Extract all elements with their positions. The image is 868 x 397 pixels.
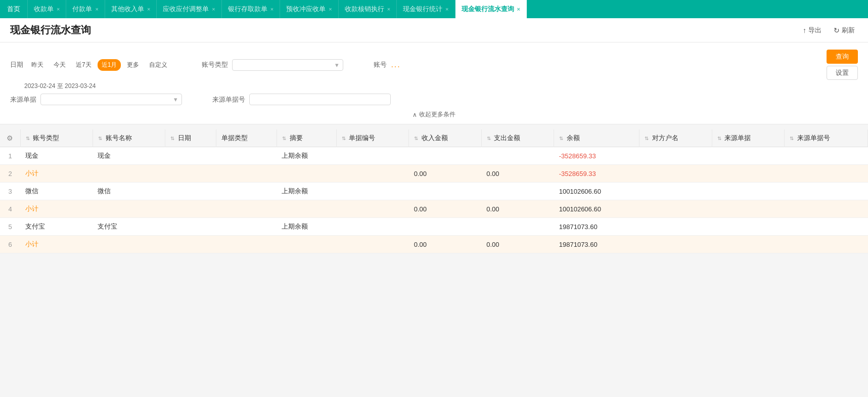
filter-row-1: 日期 昨天 今天 近7天 近1月 更多 自定义 账号类型 ▾ 账号 ... xyxy=(10,50,858,80)
cell-summary xyxy=(277,200,336,218)
col-date: ⇅ 日期 xyxy=(165,129,216,147)
tab-shoukuanhexiao[interactable]: 收款核销执行 × xyxy=(339,0,397,18)
chevron-down-icon: ▾ xyxy=(335,61,339,69)
sort-icon-doc-no[interactable]: ⇅ xyxy=(342,136,346,141)
cell-source-doc-no xyxy=(785,165,868,183)
cell-doc-no xyxy=(336,236,408,253)
tab-fukuandan[interactable]: 付款单 × xyxy=(66,0,105,18)
cell-income xyxy=(409,218,481,236)
refresh-button[interactable]: ↻ 刷新 xyxy=(831,24,858,37)
date-btn-7days[interactable]: 近7天 xyxy=(72,59,96,71)
close-icon-6[interactable]: × xyxy=(387,6,390,12)
cell-summary: 上期余额 xyxy=(277,147,336,165)
col-counterparty: ⇅ 对方户名 xyxy=(639,129,712,147)
export-icon: ↑ xyxy=(803,26,806,34)
cell-account-type: 现金 xyxy=(20,147,93,165)
col-income: ⇅ 收入金额 xyxy=(409,129,481,147)
cell-doc-type xyxy=(216,147,277,165)
cell-doc-type xyxy=(216,218,277,236)
close-icon-1[interactable]: × xyxy=(95,6,98,12)
cell-balance: -3528659.33 xyxy=(554,165,639,183)
sort-icon-account-type[interactable]: ⇅ xyxy=(26,136,30,141)
date-btn-today[interactable]: 今天 xyxy=(50,59,70,71)
tab-shoukuandan[interactable]: 收款单 × xyxy=(28,0,66,18)
sort-icon-income[interactable]: ⇅ xyxy=(414,136,418,141)
sort-icon-balance[interactable]: ⇅ xyxy=(559,136,563,141)
close-icon-2[interactable]: × xyxy=(147,6,150,12)
cell-doc-no xyxy=(336,183,408,200)
sort-icon-expense[interactable]: ⇅ xyxy=(487,136,491,141)
cell-source-doc-no xyxy=(785,147,868,165)
tab-yushouyingshou[interactable]: 预收冲应收单 × xyxy=(280,0,338,18)
cell-source-doc-no xyxy=(785,218,868,236)
sort-icon-source-doc[interactable]: ⇅ xyxy=(717,136,721,141)
collapse-up-icon: ∧ xyxy=(413,111,417,118)
cell-date xyxy=(165,147,216,165)
cell-source-doc-no xyxy=(785,236,868,253)
sort-icon-counterparty[interactable]: ⇅ xyxy=(645,136,649,141)
cell-date xyxy=(165,236,216,253)
source-doc-chevron-icon: ▾ xyxy=(174,96,177,103)
source-doc-select[interactable]: ▾ xyxy=(40,94,182,105)
source-doc-no-input[interactable] xyxy=(249,94,391,105)
date-btn-yesterday[interactable]: 昨天 xyxy=(27,59,48,71)
cell-doc-no xyxy=(336,218,408,236)
home-tab[interactable]: 首页 xyxy=(0,0,28,18)
collapse-button[interactable]: ∧ 收起更多条件 xyxy=(413,110,455,119)
tab-yingshoutiaozheng[interactable]: 应收应付调整单 × xyxy=(157,0,221,18)
close-icon-4[interactable]: × xyxy=(270,6,273,12)
cell-doc-no xyxy=(336,200,408,218)
account-ellipsis-btn[interactable]: ... xyxy=(391,60,400,69)
sort-icon-summary[interactable]: ⇅ xyxy=(282,136,286,141)
table-settings-gear-icon[interactable]: ⚙ xyxy=(7,134,13,142)
tab-qitashouru[interactable]: 其他收入单 × xyxy=(105,0,157,18)
close-icon-5[interactable]: × xyxy=(329,6,332,12)
settings-button[interactable]: 设置 xyxy=(827,66,858,80)
close-icon-0[interactable]: × xyxy=(57,6,60,12)
collapse-label: 收起更多条件 xyxy=(419,110,455,119)
sort-icon-source-doc-no[interactable]: ⇅ xyxy=(790,136,794,141)
close-icon-7[interactable]: × xyxy=(445,6,448,12)
tab-label-fukuandan: 付款单 xyxy=(72,5,92,14)
filter-row-2: 来源单据 ▾ 来源单据号 xyxy=(10,94,858,105)
date-btn-custom[interactable]: 自定义 xyxy=(145,59,171,71)
table-row: 6小计0.000.0019871073.60 xyxy=(0,236,868,253)
cell-balance: 19871073.60 xyxy=(554,236,639,253)
cell-source-doc-no xyxy=(785,183,868,200)
source-doc-no-label: 来源单据号 xyxy=(212,95,245,104)
cell-account-name xyxy=(93,236,165,253)
tab-xianjinyinhang-tongji[interactable]: 现金银行统计 × xyxy=(397,0,455,18)
cell-summary xyxy=(277,236,336,253)
cell-account-type: 小计 xyxy=(20,165,93,183)
close-icon-3[interactable]: × xyxy=(212,6,215,12)
date-filter-group: 日期 昨天 今天 近7天 近1月 更多 自定义 xyxy=(10,59,171,71)
cell-source-doc xyxy=(712,218,784,236)
cell-account-type: 小计 xyxy=(20,236,93,253)
tab-yinhangcunqukuan[interactable]: 银行存取款单 × xyxy=(222,0,280,18)
date-btn-1month[interactable]: 近1月 xyxy=(98,59,121,71)
cell-doc-type xyxy=(216,183,277,200)
sort-icon-date[interactable]: ⇅ xyxy=(170,136,174,141)
cell-row-num: 1 xyxy=(0,147,20,165)
cell-counterparty xyxy=(639,147,712,165)
close-icon-8[interactable]: × xyxy=(517,6,520,12)
cell-expense: 0.00 xyxy=(481,165,554,183)
sort-icon-account-name[interactable]: ⇅ xyxy=(98,136,102,141)
filter-area: 日期 昨天 今天 近7天 近1月 更多 自定义 账号类型 ▾ 账号 ... xyxy=(0,42,868,124)
col-doc-type: 单据类型 xyxy=(216,129,277,147)
cell-balance: 100102606.60 xyxy=(554,183,639,200)
col-summary: ⇅ 摘要 xyxy=(277,129,336,147)
tab-liushui-query[interactable]: 现金银行流水查询 × xyxy=(455,0,527,18)
cell-income: 0.00 xyxy=(409,200,481,218)
query-button[interactable]: 查询 xyxy=(827,50,858,64)
cell-summary: 上期余额 xyxy=(277,218,336,236)
cell-income: 0.00 xyxy=(409,165,481,183)
date-btn-more[interactable]: 更多 xyxy=(123,59,143,71)
account-type-select[interactable]: ▾ xyxy=(232,59,343,71)
tab-label-tiaozheng: 应收应付调整单 xyxy=(163,5,209,14)
date-range-text: 2023-02-24 至 2023-03-24 xyxy=(24,82,96,90)
cell-date xyxy=(165,200,216,218)
cell-account-name xyxy=(93,165,165,183)
export-button[interactable]: ↑ 导出 xyxy=(800,24,825,37)
cell-expense xyxy=(481,183,554,200)
